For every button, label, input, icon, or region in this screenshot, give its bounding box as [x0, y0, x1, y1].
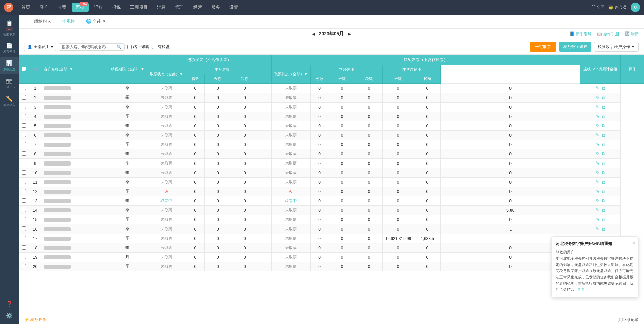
tax-policy-link[interactable]: ⚡ 税务政策	[24, 317, 46, 323]
select-all-checkbox[interactable]	[22, 67, 26, 71]
nav-bookkeeping[interactable]: 记账	[90, 3, 107, 12]
row-checkbox[interactable]	[22, 255, 26, 259]
row-checkbox[interactable]	[22, 151, 26, 156]
search-input[interactable]	[62, 45, 115, 49]
header-out-fetch-status[interactable]: 取票状态（全部）▼	[271, 65, 310, 84]
nav-billing[interactable]: 收费	[54, 3, 70, 12]
row-checkbox[interactable]	[22, 161, 26, 165]
row-checkbox[interactable]	[22, 236, 26, 240]
nav-taxreport[interactable]: 报税	[108, 3, 125, 12]
copy-icon[interactable]: ⧉	[602, 151, 605, 157]
nav-settings[interactable]: 设置	[225, 3, 242, 12]
row-checkbox[interactable]	[22, 123, 26, 128]
new-guide-link[interactable]: 📘 新手引导	[570, 31, 592, 37]
row-checkbox[interactable]	[22, 95, 26, 100]
one-key-ticket-btn[interactable]: 一键取票	[530, 42, 556, 52]
manual-link[interactable]: 📖 操作手册	[597, 31, 619, 37]
nav-message[interactable]: 消息	[153, 3, 170, 12]
notification-close-btn[interactable]: ✕	[632, 239, 636, 247]
copy-icon[interactable]: ⧉	[602, 95, 605, 101]
edit-icon[interactable]: ✎	[596, 160, 600, 166]
checkbox-subordinate-account[interactable]: 名下账套	[127, 44, 149, 50]
nav-home[interactable]: 首页	[17, 3, 34, 12]
copy-icon[interactable]: ⧉	[602, 226, 605, 232]
sidebar-item-invoice-open[interactable]: 📄 发票开具	[0, 40, 19, 57]
nav-operations[interactable]: 经营	[189, 3, 206, 12]
vip-btn[interactable]: 👑 购会员	[608, 5, 627, 10]
row-checkbox[interactable]	[22, 170, 26, 175]
row-checkbox[interactable]	[22, 245, 26, 250]
edit-icon[interactable]: ✎	[596, 226, 600, 232]
row-checkbox[interactable]	[22, 217, 26, 221]
row-checkbox[interactable]	[22, 105, 26, 109]
has-tax-disk-checkbox[interactable]	[152, 45, 156, 49]
edit-icon[interactable]: ✎	[596, 179, 600, 185]
copy-icon[interactable]: ⧉	[602, 104, 605, 110]
row-checkbox[interactable]	[22, 86, 26, 90]
nav-business[interactable]: 工商项目	[126, 3, 152, 12]
header-in-fetch-status[interactable]: 取票状态（全部）▼	[147, 65, 186, 84]
edit-icon[interactable]: ✎	[596, 217, 600, 222]
sidebar-settings[interactable]: ⚙️	[5, 310, 14, 321]
row-checkbox[interactable]	[22, 114, 26, 118]
copy-icon[interactable]: ⧉	[602, 114, 605, 119]
copy-icon[interactable]: ⧉	[602, 132, 605, 138]
copy-icon[interactable]: ⧉	[602, 123, 605, 129]
row-checkbox[interactable]	[22, 198, 26, 203]
tax-digital-account-btn[interactable]: 税务数字账户	[559, 42, 591, 52]
edit-icon[interactable]: ✎	[596, 198, 600, 204]
notification-more-link[interactable]: ...查看	[574, 287, 585, 291]
table-container[interactable]: ⚙️ 客户名称(全部) ▼ 纳税期限（全部）▼ 进项发票（不含作废票） 销项发票…	[19, 55, 644, 315]
row-checkbox[interactable]	[22, 264, 26, 268]
edit-icon[interactable]: ✎	[596, 151, 600, 157]
sidebar-item-scan-upload[interactable]: 📷 扫描上传	[0, 75, 19, 92]
row-checkbox[interactable]	[22, 133, 26, 137]
tax-digital-account-op-btn[interactable]: 税务数字账户操作 ▼	[594, 42, 639, 52]
copy-icon[interactable]: ⧉	[602, 217, 605, 222]
sidebar-item-invoice-entry[interactable]: ✏️ 票据录入	[0, 93, 19, 110]
copy-icon[interactable]: ⧉	[602, 85, 605, 91]
sidebar-help[interactable]: ❓	[5, 298, 14, 310]
header-tax-period[interactable]: 纳税期限（全部）▼	[108, 55, 147, 84]
edit-icon[interactable]: ✎	[596, 189, 600, 194]
refresh-link[interactable]: 🔄 刷新	[625, 31, 639, 37]
copy-icon[interactable]: ⧉	[602, 170, 605, 176]
nav-customer[interactable]: 客户	[36, 3, 52, 12]
search-icon[interactable]: 🔍	[117, 45, 122, 49]
copy-icon[interactable]: ⧉	[602, 207, 605, 213]
copy-icon[interactable]: ⧉	[602, 189, 605, 194]
edit-icon[interactable]: ✎	[596, 114, 600, 119]
copy-icon[interactable]: ⧉	[602, 160, 605, 166]
row-checkbox[interactable]	[22, 189, 26, 193]
row-checkbox[interactable]	[22, 142, 26, 146]
copy-icon[interactable]: ⧉	[602, 142, 605, 147]
copy-icon[interactable]: ⧉	[602, 198, 605, 204]
header-customer-name[interactable]: 客户名称(全部) ▼	[41, 55, 108, 84]
copy-icon[interactable]: ⧉	[602, 179, 605, 185]
nav-manage[interactable]: 管理	[171, 3, 188, 12]
edit-icon[interactable]: ✎	[596, 85, 600, 91]
tab-general-taxpayer[interactable]: 一般纳税人	[24, 15, 57, 28]
edit-icon[interactable]: ✎	[596, 123, 600, 129]
tab-small-scale[interactable]: 小规模	[57, 15, 80, 28]
sidebar-item-smart-ticket[interactable]: 📋 new 智能取票	[0, 17, 19, 39]
header-settings[interactable]: ⚙️	[29, 55, 41, 84]
next-period-btn[interactable]: ▶	[348, 31, 351, 36]
edit-icon[interactable]: ✎	[596, 95, 600, 101]
prev-period-btn[interactable]: ◀	[312, 31, 315, 36]
row-checkbox[interactable]	[22, 180, 26, 184]
subordinate-account-checkbox[interactable]	[127, 45, 132, 49]
nav-invoice[interactable]: 票据 new	[72, 3, 89, 12]
row-checkbox[interactable]	[22, 208, 26, 212]
sidebar-item-invoice-summary[interactable]: 📊 票据汇总	[0, 57, 19, 74]
employee-selector[interactable]: 👤 全部员工 ▾	[24, 43, 56, 51]
row-checkbox[interactable]	[22, 226, 26, 231]
edit-icon[interactable]: ✎	[596, 170, 600, 176]
checkbox-has-tax-disk[interactable]: 有税盘	[152, 44, 170, 50]
user-avatar[interactable]: U	[631, 3, 640, 12]
edit-icon[interactable]: ✎	[596, 207, 600, 213]
fullscreen-btn[interactable]: ⛶ 全屏	[591, 5, 604, 10]
edit-icon[interactable]: ✎	[596, 142, 600, 147]
nav-service[interactable]: 服务	[207, 3, 224, 12]
edit-icon[interactable]: ✎	[596, 104, 600, 110]
